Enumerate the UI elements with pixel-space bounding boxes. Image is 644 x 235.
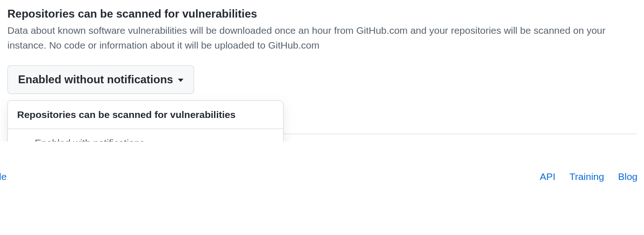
- dropdown-button-label: Enabled without notifications: [18, 73, 173, 86]
- vulnerability-scanning-section: Repositories can be scanned for vulnerab…: [7, 7, 637, 94]
- dropdown-menu-header: Repositories can be scanned for vulnerab…: [8, 101, 283, 129]
- section-description: Data about known software vulnerabilitie…: [7, 23, 637, 52]
- scan-mode-dropdown-button[interactable]: Enabled without notifications: [7, 65, 194, 94]
- dropdown-option-enabled-with-notifications[interactable]: Enabled with notifications: [8, 129, 283, 142]
- dropdown-option-label: Enabled with notifications: [35, 137, 145, 142]
- caret-down-icon: [178, 79, 183, 82]
- section-title: Repositories can be scanned for vulnerab…: [7, 7, 637, 20]
- scan-mode-dropdown: Enabled without notifications Repositori…: [7, 65, 194, 94]
- scan-mode-dropdown-menu: Repositories can be scanned for vulnerab…: [7, 100, 284, 142]
